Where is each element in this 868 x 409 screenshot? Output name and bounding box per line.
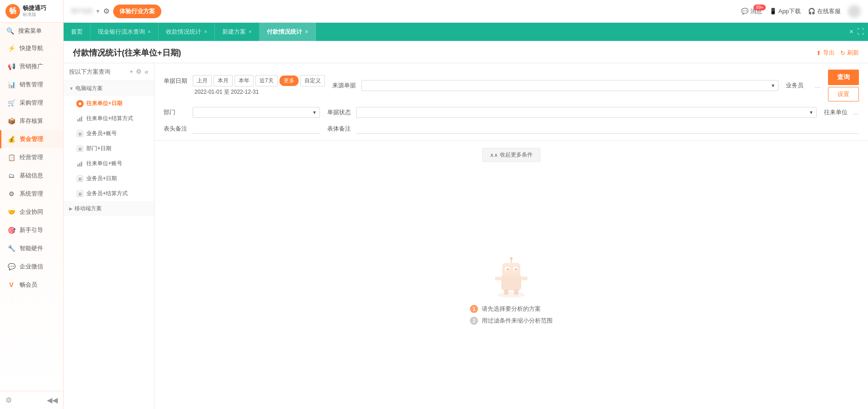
tab-payment-stats[interactable]: 付款情况统计 × — [259, 23, 316, 41]
tab-receipt-stats[interactable]: 收款情况统计 × — [159, 23, 215, 41]
page-title: 付款情况统计(往来单位+日期) — [73, 47, 181, 58]
tab-payment-stats-close[interactable]: × — [305, 29, 308, 35]
scheme-item-staff-account-icon: ▦ — [76, 130, 84, 137]
partner-label: 往来单位 — [824, 108, 849, 116]
refresh-btn[interactable]: ↻ 刷新 — [840, 49, 859, 57]
scheme-add-icon[interactable]: + — [130, 68, 133, 76]
scheme-item-staff-account[interactable]: ▦ 业务员+账号 — [64, 126, 154, 141]
scheme-group-desktop-header[interactable]: ▼ 电脑端方案 — [64, 81, 154, 96]
partner-more-btn[interactable]: … — [853, 109, 859, 116]
scheme-item-unit-account-icon — [76, 160, 84, 167]
tab-cash-flow[interactable]: 现金银行流水查询 × — [90, 23, 159, 41]
collapse-more-btn[interactable]: ∧∧ 收起更多条件 — [482, 148, 540, 162]
sidebar-item-marketing-label: 营销推广 — [20, 62, 43, 71]
sidebar-item-guide[interactable]: 🎯 新手引导 — [0, 221, 63, 239]
tab-receipt-stats-close[interactable]: × — [204, 29, 207, 35]
note-body-input[interactable] — [356, 123, 859, 134]
page-content: 付款情况统计(往来单位+日期) ⬆ 导出 ↻ 刷新 按以下方案查询 + — [64, 41, 868, 409]
sidebar-item-inventory[interactable]: 📦 库存核算 — [0, 112, 63, 130]
sidebar-item-vip[interactable]: V 畅会员 — [0, 276, 63, 294]
sidebar-item-system[interactable]: ⚙ 系统管理 — [0, 185, 63, 203]
sidebar-item-company[interactable]: 🤝 企业协同 — [0, 203, 63, 221]
sidebar-item-basic-info[interactable]: 🗂 基础信息 — [0, 167, 63, 185]
date-btn-7days[interactable]: 近7天 — [255, 75, 278, 86]
expand-tab-icon[interactable]: ⛶ — [857, 28, 864, 36]
topbar-gear-icon[interactable]: ⚙ — [103, 7, 110, 15]
empty-state: 1 请先选择要分析的方案 2 用过滤条件来缩小分析范围 — [155, 169, 868, 409]
operations-icon: 📋 — [7, 153, 16, 162]
quick-nav-icon: ⚡ — [7, 44, 16, 53]
export-btn[interactable]: ⬆ 导出 — [816, 49, 835, 57]
scheme-item-staff-account-label: 业务员+账号 — [86, 130, 117, 137]
staff-section: 业务员 … — [786, 81, 821, 90]
scheme-group-mobile-header[interactable]: ▶ 移动端方案 — [64, 201, 154, 216]
scheme-item-unit-date-label: 往来单位+日期 — [86, 100, 122, 107]
sidebar-item-quick-nav[interactable]: ⚡ 快捷导航 — [0, 39, 63, 57]
msg-icon: 💬 — [741, 8, 748, 15]
doc-status-select[interactable]: ▾ — [356, 107, 817, 118]
tab-cash-flow-close[interactable]: × — [148, 29, 151, 35]
sidebar-item-marketing[interactable]: 📢 营销推广 — [0, 57, 63, 76]
dept-select[interactable]: ▾ — [193, 107, 320, 118]
source-select[interactable]: ▾ — [361, 80, 778, 91]
sidebar-item-funds-label: 资金管理 — [20, 135, 43, 143]
scheme-item-unit-account[interactable]: 往来单位+账号 — [64, 156, 154, 171]
svg-rect-0 — [77, 119, 79, 121]
sidebar-item-smart-hw[interactable]: 🔧 智能硬件 — [0, 239, 63, 258]
search-menu-item[interactable]: 🔍 搜索菜单 — [0, 23, 63, 39]
tab-new-plan[interactable]: 新建方案 × — [215, 23, 259, 41]
inventory-icon: 📦 — [7, 116, 16, 126]
scheme-item-unit-settle[interactable]: 往来单位+结算方式 — [64, 111, 154, 126]
note-header-input[interactable] — [193, 123, 320, 134]
scheme-collapse-btn[interactable]: « — [145, 68, 149, 76]
sidebar-item-sales[interactable]: 📊 销售管理 — [0, 76, 63, 94]
tab-new-plan-close[interactable]: × — [249, 29, 252, 35]
empty-illustration — [489, 254, 534, 299]
sidebar-item-sales-label: 销售管理 — [20, 81, 43, 89]
sidebar-item-corp-wechat[interactable]: 💬 企业微信 — [0, 258, 63, 276]
user-dropdown-icon[interactable]: ▾ — [96, 8, 100, 15]
trial-btn[interactable]: 体验行业方案 — [113, 5, 161, 18]
scheme-group-desktop: ▼ 电脑端方案 往来单位+日期 往来单位+结算方式 — [64, 81, 154, 201]
scheme-item-staff-date[interactable]: ▦ 业务员+日期 — [64, 171, 154, 186]
app-download-btn[interactable]: 📱 App下载 — [769, 7, 801, 15]
collapse-sidebar-icon[interactable]: ◀◀ — [47, 396, 58, 404]
scheme-panel-actions: + ⚙ « — [130, 68, 149, 76]
app-icon: 📱 — [769, 8, 777, 15]
date-btn-this-year[interactable]: 本年 — [234, 75, 254, 86]
tab-new-plan-label: 新建方案 — [222, 28, 246, 36]
scheme-item-staff-settle[interactable]: ▦ 业务员+结算方式 — [64, 186, 154, 201]
scheme-item-dept-date-label: 部门+日期 — [86, 145, 111, 152]
close-all-tabs-icon[interactable]: × — [849, 28, 853, 36]
sidebar-item-purchase[interactable]: 🛒 采购管理 — [0, 94, 63, 112]
scheme-item-dept-date[interactable]: ▦ 部门+日期 — [64, 141, 154, 156]
source-label: 来源单据 — [332, 81, 358, 90]
date-btn-last-month[interactable]: 上月 — [193, 75, 212, 86]
sidebar-item-basic-info-label: 基础信息 — [20, 172, 43, 180]
staff-more-btn[interactable]: … — [815, 82, 821, 89]
sidebar-item-system-label: 系统管理 — [20, 190, 43, 198]
sidebar-item-funds[interactable]: 💰 资金管理 — [0, 130, 63, 148]
desktop-group-arrow: ▼ — [69, 86, 74, 91]
settings-btn[interactable]: 设置 — [828, 87, 859, 101]
settings-footer-icon[interactable]: ⚙ — [5, 396, 12, 404]
date-btn-custom[interactable]: 自定义 — [300, 75, 325, 86]
query-btn[interactable]: 查询 — [828, 70, 859, 85]
source-select-arrow: ▾ — [772, 82, 774, 89]
date-btn-more[interactable]: 更多 — [279, 76, 299, 86]
scheme-settings-icon[interactable]: ⚙ — [136, 68, 142, 76]
svg-rect-16 — [521, 277, 528, 280]
filter-form: 单据日期 上月 本月 本年 近7天 更多 自定义 — [155, 63, 868, 141]
doc-status-label: 单据状态 — [327, 108, 353, 116]
online-service-btn[interactable]: 🎧 在线客服 — [808, 7, 841, 15]
tab-home[interactable]: 首页 — [64, 23, 90, 41]
tip2-num: 2 — [470, 317, 478, 325]
msg-btn[interactable]: 💬 消息 99+ — [741, 7, 762, 15]
scheme-item-staff-settle-icon: ▦ — [76, 190, 84, 197]
user-avatar[interactable] — [848, 5, 861, 18]
sidebar-item-operations[interactable]: 📋 经营管理 — [0, 148, 63, 167]
smart-hw-icon: 🔧 — [7, 244, 16, 253]
date-btn-this-month[interactable]: 本月 — [214, 75, 233, 86]
scheme-item-unit-date[interactable]: 往来单位+日期 — [64, 96, 154, 111]
mobile-group-label: 移动端方案 — [75, 205, 102, 212]
